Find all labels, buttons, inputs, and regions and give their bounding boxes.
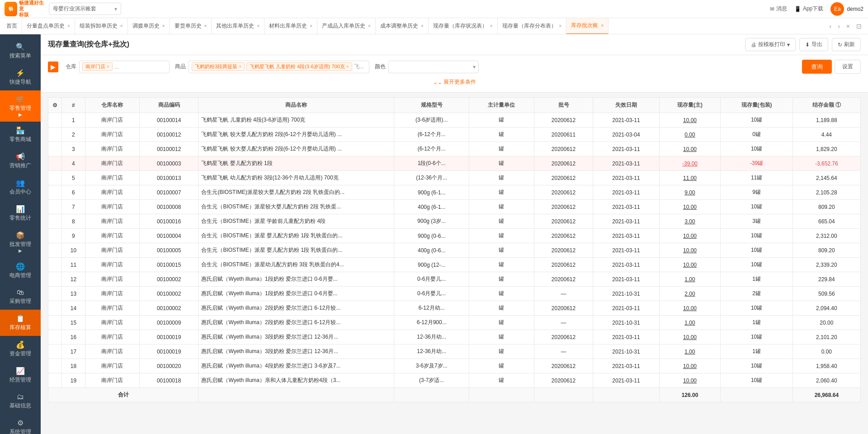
tab-yaohuo[interactable]: 要货单历史 × bbox=[170, 18, 212, 34]
tab-xianzai1[interactable]: 现存量（库存状况表）× bbox=[429, 18, 498, 34]
warehouse-more[interactable]: ... bbox=[114, 64, 119, 70]
sidebar-item-search[interactable]: 🔍 搜索英单 bbox=[0, 38, 41, 64]
tab-chenbenru[interactable]: 成本调整单历史 × bbox=[376, 18, 429, 34]
close-icon[interactable]: × bbox=[601, 23, 604, 28]
row-qty-main[interactable]: 2.00 bbox=[659, 287, 721, 301]
row-gear[interactable] bbox=[48, 287, 62, 301]
color-tag-container[interactable]: ▾ bbox=[388, 61, 479, 73]
product-tag-2[interactable]: 飞鹤星飞帆 儿童奶粉 4段(3-6岁适用) 700克 × bbox=[246, 62, 352, 71]
close-icon[interactable]: × bbox=[368, 24, 371, 28]
tab-pici[interactable]: 库存批次账 × bbox=[566, 18, 609, 34]
product-tag-1[interactable]: 飞鹤奶粉3段两提装 × bbox=[192, 62, 245, 71]
message-button[interactable]: ✉ 消息 bbox=[770, 5, 787, 13]
row-gear[interactable] bbox=[48, 113, 62, 127]
row-gear[interactable] bbox=[48, 142, 62, 156]
row-gear[interactable] bbox=[48, 344, 62, 359]
sidebar-item-ecommerce[interactable]: 🌐 电商管理 bbox=[0, 258, 41, 284]
sidebar-item-finance[interactable]: 💰 资金管理 bbox=[0, 336, 41, 362]
tab-home[interactable]: 首页 bbox=[2, 18, 22, 34]
row-qty-main[interactable]: 10.00 bbox=[659, 113, 721, 127]
tab-qitachu[interactable]: 其他出库单历史 × bbox=[212, 18, 264, 34]
row-gear[interactable] bbox=[48, 272, 62, 287]
row-qty-main[interactable]: 10.00 bbox=[659, 359, 721, 373]
close-icon[interactable]: × bbox=[559, 24, 562, 28]
row-gear[interactable] bbox=[48, 185, 62, 200]
row-qty-main[interactable]: 10.00 bbox=[659, 258, 721, 272]
sidebar-item-retailshop[interactable]: 🏪 零售商城 bbox=[0, 122, 41, 148]
sidebar-item-quicknav[interactable]: ⚡ 快捷导航 bbox=[0, 64, 41, 90]
row-gear[interactable] bbox=[48, 214, 62, 229]
expand-icon[interactable]: ▶ bbox=[48, 61, 58, 72]
close-icon[interactable]: × bbox=[120, 24, 123, 28]
expand-left-button[interactable]: ▶ bbox=[48, 61, 58, 72]
template-print-button[interactable]: 🖨 按模板打印 ▾ bbox=[745, 38, 796, 51]
refresh-button[interactable]: ↻ 刷新 bbox=[832, 38, 861, 51]
sidebar-item-retailstat[interactable]: 📊 零售统计 bbox=[0, 200, 41, 226]
close-icon[interactable]: × bbox=[257, 24, 259, 28]
row-gear[interactable] bbox=[48, 171, 62, 185]
industry-select[interactable]: 母婴行业演示账套 ▾ bbox=[49, 3, 121, 15]
row-qty-main[interactable]: 11.00 bbox=[659, 171, 721, 185]
row-qty-main[interactable]: 10.00 bbox=[659, 330, 721, 344]
row-qty-main[interactable]: 10.00 bbox=[659, 142, 721, 156]
tab-fenpan[interactable]: 分量盘点单历史 × bbox=[22, 18, 75, 34]
row-gear[interactable] bbox=[48, 127, 62, 142]
sidebar-item-marketing[interactable]: 📢 营销推广 bbox=[0, 148, 41, 174]
row-qty-main[interactable]: 10.00 bbox=[659, 200, 721, 214]
settings-button[interactable]: 设置 bbox=[835, 60, 861, 74]
sidebar-item-member[interactable]: 👥 会员中心 bbox=[0, 174, 41, 200]
row-qty-main[interactable]: 10.00 bbox=[659, 301, 721, 316]
row-qty-main[interactable]: 1.00 bbox=[659, 272, 721, 287]
tab-next-button[interactable]: › bbox=[835, 18, 843, 34]
row-qty-main[interactable]: 10.00 bbox=[659, 243, 721, 258]
expand-more-button[interactable]: ⌄⌄ 展开更多条件 bbox=[48, 76, 861, 88]
row-qty-main[interactable]: 1.00 bbox=[659, 316, 721, 330]
close-icon[interactable]: × bbox=[421, 24, 424, 28]
row-qty-main[interactable]: 10.00 bbox=[659, 229, 721, 243]
tab-prev-button[interactable]: ‹ bbox=[826, 18, 834, 34]
close-icon[interactable]: × bbox=[490, 24, 493, 28]
row-qty-main[interactable]: 10.00 bbox=[659, 373, 721, 388]
close-icon[interactable]: × bbox=[162, 24, 165, 28]
query-button[interactable]: 查询 bbox=[802, 60, 832, 74]
tab-chanpinru[interactable]: 产成品入库单历史 × bbox=[317, 18, 376, 34]
product-more[interactable]: 飞... bbox=[354, 63, 364, 71]
warehouse-tag-nangang[interactable]: 南岸门店 × bbox=[82, 62, 113, 71]
tab-expand-button[interactable]: ⊡ bbox=[854, 18, 864, 34]
row-qty-main[interactable]: -39.00 bbox=[659, 156, 721, 171]
row-gear[interactable] bbox=[48, 258, 62, 272]
sidebar-item-basic[interactable]: 🗂 基础信息 bbox=[0, 388, 41, 414]
row-gear[interactable] bbox=[48, 243, 62, 258]
sidebar-item-system[interactable]: ⚙ 系统管理 bbox=[0, 414, 41, 434]
close-icon[interactable]: × bbox=[346, 64, 349, 69]
close-icon[interactable]: × bbox=[310, 24, 312, 28]
close-icon[interactable]: × bbox=[204, 24, 207, 28]
app-download-button[interactable]: 📱 App下载 bbox=[794, 5, 823, 13]
sidebar-item-wholesale[interactable]: 📦 批发管理 ▶ bbox=[0, 226, 41, 258]
row-gear[interactable] bbox=[48, 229, 62, 243]
row-gear[interactable] bbox=[48, 156, 62, 171]
row-gear[interactable] bbox=[48, 316, 62, 330]
row-gear[interactable] bbox=[48, 301, 62, 316]
export-button[interactable]: ⬇ 导出 bbox=[799, 38, 828, 51]
sidebar-item-purchase[interactable]: 🛍 采购管理 bbox=[0, 284, 41, 310]
close-icon[interactable]: × bbox=[239, 64, 241, 69]
tab-xianzai2[interactable]: 现存量（库存分布表）× bbox=[498, 18, 567, 34]
sidebar-item-operations[interactable]: 📈 经营管理 bbox=[0, 362, 41, 388]
row-qty-main[interactable]: 1.00 bbox=[659, 344, 721, 359]
tab-cailiaochu[interactable]: 材料出库单历史 × bbox=[264, 18, 317, 34]
row-qty-main[interactable]: 0.00 bbox=[659, 127, 721, 142]
col-header-gear[interactable]: ⚙ bbox=[48, 98, 62, 113]
warehouse-tag-container[interactable]: 南岸门店 × ... bbox=[79, 61, 170, 73]
tab-diaopi[interactable]: 调拨单历史 × bbox=[128, 18, 170, 34]
tab-close-button[interactable]: × bbox=[844, 18, 853, 34]
row-gear[interactable] bbox=[48, 330, 62, 344]
row-qty-main[interactable]: 3.00 bbox=[659, 214, 721, 229]
row-gear[interactable] bbox=[48, 200, 62, 214]
row-gear[interactable] bbox=[48, 373, 62, 388]
close-icon[interactable]: × bbox=[107, 64, 109, 69]
sidebar-item-retail[interactable]: 🛒 零售管理 ▶ bbox=[0, 90, 41, 122]
row-qty-main[interactable]: 9.00 bbox=[659, 185, 721, 200]
product-tag-container[interactable]: 飞鹤奶粉3段两提装 × 飞鹤星飞帆 儿童奶粉 4段(3-6岁适用) 700克 ×… bbox=[189, 61, 369, 73]
row-gear[interactable] bbox=[48, 359, 62, 373]
